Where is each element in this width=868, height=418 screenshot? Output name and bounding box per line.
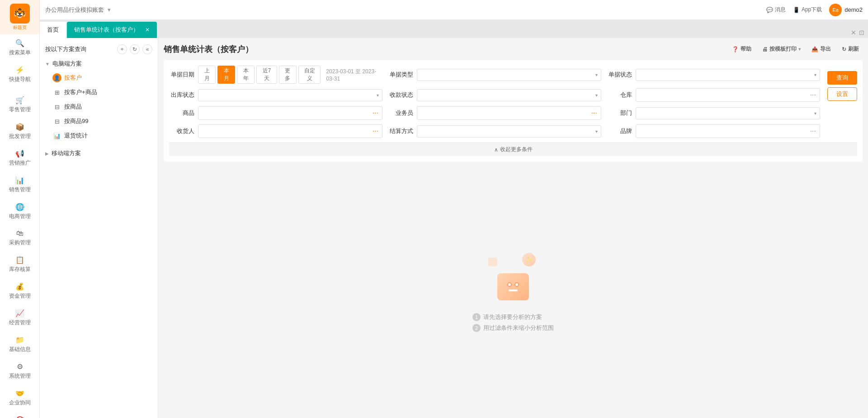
tab-sales-label: 销售单统计表（按客户） [74, 26, 139, 34]
empty-tip-1: 1 请先选择要分析的方案 [472, 313, 554, 321]
sidebar-item-system[interactable]: ⚙ 系统管理 [0, 358, 39, 385]
topbar-dropdown-icon[interactable]: ▾ [108, 6, 111, 13]
brand-input[interactable]: ··· [636, 124, 820, 138]
settings-btn[interactable]: 设置 [827, 87, 857, 101]
sidebar: 🐯 标题页 🔍 搜索菜单 ⚡ 快捷导航 🛒 零售管理 📦 批发管理 📢 营销推广… [0, 0, 40, 418]
empty-tip-2: 2 用过滤条件来缩小分析范围 [472, 324, 554, 332]
query-btn[interactable]: 查询 [827, 71, 857, 85]
export-btn[interactable]: 📤 导出 [808, 43, 835, 55]
sidebar-item-enterprise[interactable]: 🤝 企业协同 [0, 385, 39, 411]
collapse-up-icon: ∧ [494, 147, 498, 153]
collapse-more-btn[interactable]: ∧ 收起更多条件 [169, 142, 857, 156]
scheme-return-stats[interactable]: 📊 退货统计 [45, 128, 158, 143]
desktop-group-label: 电脑端方案 [52, 60, 82, 68]
date-btn-more[interactable]: 更多 [279, 66, 297, 84]
wholesale-icon: 📦 [15, 123, 24, 131]
mobile-expand-arrow: ▶ [45, 151, 49, 156]
date-btn-last7[interactable]: 近7天 [256, 66, 277, 84]
receipt-status-select[interactable] [417, 89, 601, 101]
print-btn[interactable]: 🖨 按模板打印 ▾ [759, 43, 804, 55]
help-icon: ❓ [732, 46, 739, 52]
tip-2-num: 2 [472, 324, 481, 332]
date-btn-this-year[interactable]: 本年 [237, 66, 255, 84]
scheme-by-goods[interactable]: ⊟ 按商品 [45, 100, 158, 114]
mobile-group[interactable]: ▶ 移动端方案 [40, 147, 158, 160]
salesperson-label: 业务员 [388, 109, 413, 117]
sidebar-item-sales[interactable]: 📊 销售管理 [0, 171, 39, 198]
date-btn-last-month[interactable]: 上月 [198, 66, 216, 84]
date-btn-group: 上月 本月 本年 近7天 更多 自定义 2023-03-01 至 2023-03… [198, 66, 382, 84]
warehouse-label: 仓库 [607, 91, 632, 99]
help-btn[interactable]: ❓ 帮助 [728, 43, 755, 55]
sidebar-item-retail[interactable]: 🛒 零售管理 [0, 91, 39, 118]
doc-status-select[interactable] [636, 69, 820, 81]
message-btn[interactable]: 💬 消息 [766, 6, 786, 14]
sidebar-item-inventory[interactable]: 📋 库存核算 [0, 251, 39, 278]
print-dropdown-arrow: ▾ [798, 47, 801, 52]
consignee-input[interactable]: ··· [198, 124, 382, 138]
sidebar-item-finance[interactable]: 💰 资金管理 [0, 278, 39, 304]
finance-icon: 💰 [15, 282, 24, 291]
app-logo-icon: 🐯 [10, 4, 30, 24]
sidebar-item-marketing[interactable]: 📢 营销推广 [0, 145, 39, 171]
collapse-panel-btn[interactable]: « [142, 44, 152, 54]
scheme-by-goods99[interactable]: ⊟ 按商品99 [45, 114, 158, 128]
doc-type-select[interactable] [417, 69, 601, 81]
tab-close-icon[interactable]: ✕ [145, 27, 150, 33]
app-download-btn[interactable]: 📱 App下载 [793, 6, 822, 14]
brand-label: 品牌 [607, 127, 632, 135]
export-icon: 📤 [811, 46, 818, 52]
sidebar-logo: 🐯 标题页 [0, 0, 39, 34]
sidebar-item-wholesale[interactable]: 📦 批发管理 [0, 118, 39, 145]
window-maximize-btn[interactable]: ⊡ [859, 29, 864, 36]
user-section[interactable]: Ea demo2 [829, 4, 863, 16]
message-icon: 💬 [766, 7, 773, 13]
empty-tips: 1 请先选择要分析的方案 2 用过滤条件来缩小分析范围 [472, 313, 554, 332]
user-avatar: Ea [829, 4, 842, 16]
collapse-label: 收起更多条件 [500, 146, 533, 153]
refresh-btn[interactable]: ↻ 刷新 [838, 43, 863, 55]
warehouse-input[interactable]: ··· [636, 88, 820, 102]
sidebar-item-operations[interactable]: 📈 经营管理 [0, 304, 39, 331]
collapse-icon: « [146, 46, 149, 52]
goods-input[interactable]: ··· [198, 106, 382, 120]
window-minimize-btn[interactable]: ✕ [851, 29, 856, 36]
left-panel-actions: + ↻ « [117, 44, 152, 54]
sidebar-item-newbie[interactable]: 🎯 新手引导 [0, 411, 39, 418]
scheme-by-customer-goods[interactable]: ⊞ 按客户+商品 [45, 85, 158, 100]
mobile-group-label: 移动端方案 [52, 149, 81, 157]
sidebar-item-ecommerce[interactable]: 🌐 电商管理 [0, 198, 39, 225]
page-title-row: 销售单统计表（按客户） ❓ 帮助 🖨 按模板打印 ▾ 📤 导出 [164, 43, 863, 55]
return-stats-icon: 📊 [52, 131, 61, 140]
empty-illustration: ✨ [481, 246, 545, 309]
sales-icon: 📊 [15, 176, 24, 185]
marketing-icon: 📢 [15, 149, 24, 158]
add-scheme-btn[interactable]: + [117, 44, 127, 54]
scheme-by-customer[interactable]: 👤 按客户 [45, 71, 158, 85]
filter-action-btns: 查询 设置 [824, 66, 857, 101]
date-btn-custom[interactable]: 自定义 [298, 66, 321, 84]
tab-home[interactable]: 首页 [40, 22, 66, 38]
settlement-select[interactable] [417, 125, 601, 138]
out-status-select[interactable] [198, 89, 382, 101]
desktop-group[interactable]: ▼ 电脑端方案 [40, 57, 158, 71]
sidebar-item-purchase[interactable]: 🛍 采购管理 [0, 225, 39, 251]
tip-2-text: 用过滤条件来缩小分析范围 [483, 324, 554, 332]
goods99-icon: ⊟ [52, 117, 61, 126]
tab-sales-stats[interactable]: 销售单统计表（按客户） ✕ [67, 22, 157, 38]
refresh-scheme-btn[interactable]: ↻ [130, 44, 140, 54]
date-btn-this-month[interactable]: 本月 [217, 66, 235, 84]
operations-icon: 📈 [15, 309, 24, 318]
scheme-return-label: 退货统计 [64, 132, 88, 140]
right-panel: 销售单统计表（按客户） ❓ 帮助 🖨 按模板打印 ▾ 📤 导出 [158, 38, 868, 418]
salesperson-input[interactable]: ··· [417, 106, 601, 120]
sidebar-item-basic-info[interactable]: 📁 基础信息 [0, 331, 39, 358]
sidebar-item-search[interactable]: 🔍 搜索菜单 [0, 34, 39, 61]
brand-dots: ··· [810, 127, 816, 135]
sidebar-item-quicknav[interactable]: ⚡ 快捷导航 [0, 61, 39, 88]
receipt-status-label: 收款状态 [388, 91, 413, 99]
department-select[interactable] [636, 107, 820, 119]
download-icon: 📱 [793, 7, 800, 13]
customer-scheme-icon: 👤 [52, 73, 61, 82]
left-panel: 按以下方案查询 + ↻ « ▼ 电脑端方案 [40, 38, 158, 418]
